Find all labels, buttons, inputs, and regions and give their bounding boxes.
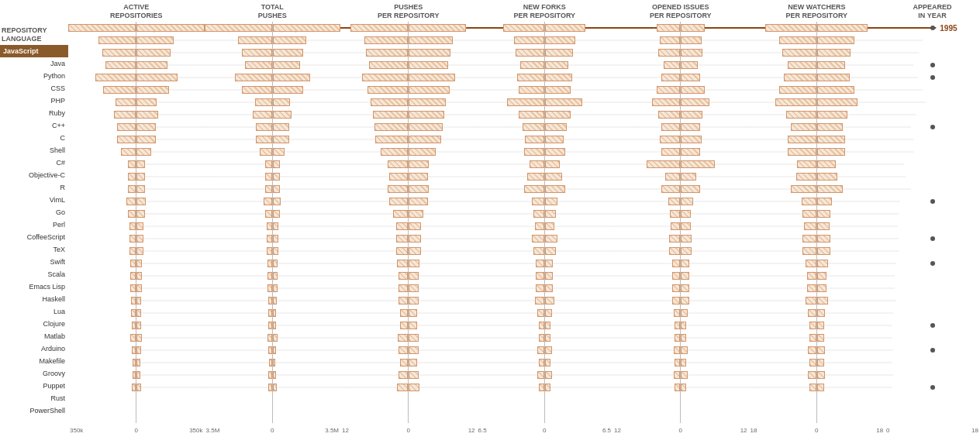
appeared-row-20 (885, 270, 980, 282)
bar-row-9 (817, 133, 885, 146)
appeared-row-9 (885, 133, 980, 146)
bar-fill-2 (516, 49, 544, 57)
bar-row-17 (545, 232, 612, 245)
bar-row-11 (136, 158, 204, 170)
bar-row-19 (136, 257, 204, 270)
bar-fill-20 (672, 272, 680, 280)
bar-fill-2 (409, 49, 450, 57)
bar-row-29 (477, 381, 544, 394)
bar-row-29 (681, 381, 748, 394)
bar-fill-2 (817, 49, 851, 57)
bar-row-20 (749, 270, 816, 282)
appeared-row-11 (885, 158, 980, 170)
bar-fill-8 (681, 123, 699, 131)
bar-row-12 (681, 170, 748, 183)
bar-row-18 (681, 245, 748, 257)
bar-fill-4 (784, 74, 816, 81)
bar-row-0 (68, 22, 136, 34)
bar-row-21 (340, 282, 408, 294)
bar-fill-13 (265, 185, 272, 193)
bar-fill-15 (545, 210, 556, 218)
bar-row-6 (340, 96, 408, 108)
bar-fill-11 (265, 160, 272, 168)
bar-fill-24 (681, 322, 686, 329)
opened-issues-section: OPENED ISSUESPER REPOSITORY 6.10 12 0 12 (612, 0, 749, 437)
bar-fill-19 (130, 260, 136, 267)
bar-fill-14 (273, 198, 281, 205)
total-pushes-left-axis (205, 22, 272, 423)
bar-row-13 (749, 183, 816, 195)
bar-row-25 (136, 332, 204, 344)
bar-row-23 (340, 307, 408, 319)
bar-fill-13 (136, 185, 144, 193)
bar-fill-29 (397, 384, 408, 391)
appeared-row-24 (885, 319, 980, 332)
bar-row-24 (409, 319, 476, 332)
bar-row-2 (612, 46, 680, 59)
bar-row-28 (409, 369, 476, 381)
bar-row-14 (681, 195, 748, 208)
bar-row-13 (340, 183, 408, 195)
bar-row-22 (545, 294, 612, 307)
appeared-row-1 (885, 34, 980, 46)
total-pushes-bars: 3,461,415 (205, 22, 341, 423)
bar-row-16 (477, 220, 544, 232)
bar-row-26 (273, 344, 340, 356)
bar-fill-15 (393, 210, 408, 218)
bar-fill-4 (95, 74, 136, 81)
bar-row-18 (612, 245, 680, 257)
bar-fill-1 (779, 36, 816, 44)
bar-fill-16 (681, 222, 690, 230)
bar-row-19 (612, 257, 680, 270)
language-item-java: Java (0, 57, 68, 70)
bar-fill-6 (507, 98, 544, 106)
bar-fill-1 (136, 36, 174, 44)
language-item-r: R (0, 181, 68, 194)
bar-row-12 (817, 170, 885, 183)
bar-fill-12 (273, 173, 280, 181)
bar-fill-15 (802, 210, 816, 218)
appeared-row-23 (885, 307, 980, 319)
bar-row-1 (205, 34, 272, 46)
total-pushes-section: TOTALPUSHES 3,461,415 3.5M 0 3.5M (205, 0, 341, 437)
bar-fill-24 (400, 322, 408, 329)
bar-row-14 (817, 195, 885, 208)
bar-fill-14 (681, 198, 693, 205)
bar-row-29 (545, 381, 612, 394)
bar-row-20 (273, 270, 340, 282)
bar-fill-25 (675, 334, 680, 342)
language-item-objective-c: Objective-C (0, 169, 68, 181)
bar-fill-10 (817, 148, 846, 156)
bar-fill-1 (238, 36, 272, 44)
bar-fill-20 (399, 272, 408, 280)
bar-fill-15 (265, 210, 272, 218)
bar-row-12 (205, 170, 272, 183)
bar-fill-5 (657, 86, 681, 94)
bar-row-18 (205, 245, 272, 257)
appeared-dot-24 (930, 323, 935, 328)
bar-row-12 (477, 170, 544, 183)
bar-fill-5 (409, 86, 449, 94)
bar-row-10 (612, 146, 680, 158)
bar-fill-3 (409, 61, 448, 69)
bar-fill-11 (817, 160, 836, 168)
bar-row-15 (749, 208, 816, 220)
bar-row-21 (681, 282, 748, 294)
bar-fill-13 (388, 185, 408, 193)
new-watchers-right-axis: 9.66 (817, 22, 885, 423)
bar-row-23 (817, 307, 885, 319)
language-header: REPOSITORY LANGUAGE (0, 23, 68, 45)
bar-row-2 (545, 46, 612, 59)
language-item-rust: Rust (0, 392, 68, 404)
bar-fill-12 (389, 173, 408, 181)
bar-fill-7 (136, 111, 158, 119)
bar-row-5 (612, 84, 680, 96)
language-item-coffeescript: CoffeeScript (0, 231, 68, 243)
bar-fill-19 (817, 260, 828, 267)
bar-row-6 (817, 96, 885, 108)
bar-row-28 (681, 369, 748, 381)
active-repos-footer: 350k 0 350k (68, 423, 205, 437)
bar-fill-20 (545, 272, 553, 280)
bar-row-15 (817, 208, 885, 220)
bar-row-9 (409, 133, 476, 146)
